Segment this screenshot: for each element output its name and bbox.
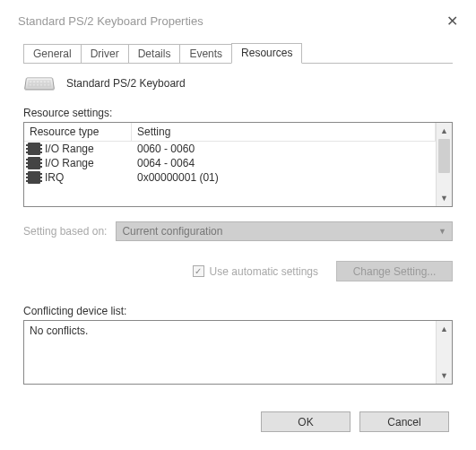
setting-based-on-label: Setting based on: xyxy=(23,225,107,238)
chevron-down-icon: ▼ xyxy=(438,227,446,236)
chip-icon xyxy=(28,143,40,155)
col-header-type[interactable]: Resource type xyxy=(24,123,132,141)
setting-based-on-row: Setting based on: Current configuration … xyxy=(23,221,453,241)
tab-events[interactable]: Events xyxy=(179,44,232,63)
scrollbar[interactable]: ▲ ▼ xyxy=(436,321,452,384)
window-title: Standard PS/2 Keyboard Properties xyxy=(18,14,203,28)
tab-driver[interactable]: Driver xyxy=(81,44,129,63)
close-icon[interactable]: ✕ xyxy=(441,13,463,30)
use-automatic-checkbox: ✓ Use automatic settings xyxy=(193,265,318,278)
properties-window: Standard PS/2 Keyboard Properties ✕ Gene… xyxy=(0,0,476,450)
scrollbar[interactable]: ▲ ▼ xyxy=(436,123,452,206)
table-row[interactable]: I/O Range 0060 - 0060 xyxy=(24,142,436,156)
cancel-button[interactable]: Cancel xyxy=(359,411,449,432)
table-row[interactable]: I/O Range 0064 - 0064 xyxy=(24,156,436,170)
device-name: Standard PS/2 Keyboard xyxy=(66,77,186,90)
device-header: Standard PS/2 Keyboard xyxy=(25,76,451,91)
cell-type: I/O Range xyxy=(45,143,94,155)
scroll-thumb[interactable] xyxy=(438,139,450,173)
combo-value: Current configuration xyxy=(122,225,222,238)
resource-table: Resource type Setting I/O Range 0060 - 0… xyxy=(23,122,453,207)
dialog-content: General Driver Details Events Resources … xyxy=(0,34,476,397)
conflicting-label: Conflicting device list: xyxy=(23,305,453,317)
conflict-list: No conflicts. ▲ ▼ xyxy=(23,320,453,385)
checkmark-icon: ✓ xyxy=(193,265,204,277)
chip-icon xyxy=(28,171,40,184)
col-header-setting[interactable]: Setting xyxy=(132,123,436,141)
tab-bar: General Driver Details Events Resources xyxy=(23,43,453,64)
dialog-buttons: OK Cancel xyxy=(261,411,449,432)
scroll-up-icon[interactable]: ▲ xyxy=(437,321,452,337)
ok-button[interactable]: OK xyxy=(261,411,351,432)
resource-settings-label: Resource settings: xyxy=(23,107,453,119)
configuration-combo: Current configuration ▼ xyxy=(116,221,453,241)
titlebar: Standard PS/2 Keyboard Properties ✕ xyxy=(0,7,476,34)
auto-settings-row: ✓ Use automatic settings Change Setting.… xyxy=(23,261,453,281)
cell-setting: 0060 - 0060 xyxy=(132,143,436,155)
conflict-text: No conflicts. xyxy=(24,321,436,384)
tab-resources[interactable]: Resources xyxy=(231,43,302,64)
cell-setting: 0064 - 0064 xyxy=(132,157,436,169)
cell-type: I/O Range xyxy=(45,157,94,169)
scroll-up-icon[interactable]: ▲ xyxy=(437,123,452,139)
scroll-down-icon[interactable]: ▼ xyxy=(437,190,452,206)
cell-setting: 0x00000001 (01) xyxy=(132,171,436,184)
keyboard-icon xyxy=(24,78,55,91)
resource-table-body: Resource type Setting I/O Range 0060 - 0… xyxy=(24,123,436,206)
table-row[interactable]: IRQ 0x00000001 (01) xyxy=(24,170,436,185)
chip-icon xyxy=(28,157,40,169)
use-automatic-label: Use automatic settings xyxy=(210,265,318,278)
cell-type: IRQ xyxy=(45,171,64,184)
resource-table-header: Resource type Setting xyxy=(24,123,436,142)
change-setting-button: Change Setting... xyxy=(336,261,453,281)
tab-details[interactable]: Details xyxy=(128,44,181,63)
tab-general[interactable]: General xyxy=(23,44,82,63)
scroll-down-icon[interactable]: ▼ xyxy=(437,368,452,384)
